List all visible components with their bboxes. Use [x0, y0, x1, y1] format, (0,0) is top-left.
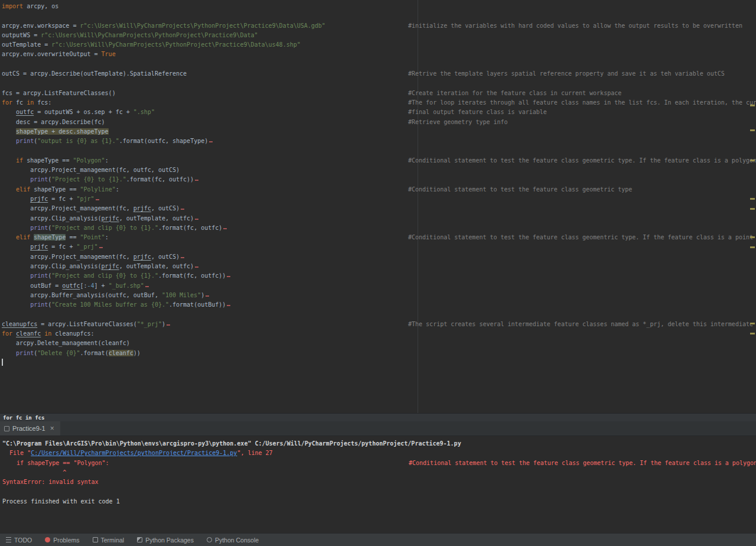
error-stripe-mark[interactable] — [750, 208, 755, 210]
code-line[interactable]: cleanupfcs = arcpy.ListFeatureClasses("*… — [2, 320, 756, 329]
code-line[interactable]: outTemplate = r"c:\Users\Will\PyCharmPro… — [2, 40, 756, 50]
code-token: arcpy.Project_management(fc, — [2, 205, 133, 212]
code-token: prjfc — [102, 215, 119, 222]
code-token: fcs: — [34, 99, 51, 106]
code-token: : — [105, 157, 109, 164]
console-line: "C:\Program Files\ArcGIS\Pro\bin\Python\… — [2, 439, 756, 448]
code-line[interactable] — [2, 60, 756, 69]
inline-comment: #Create iteration for the feature class … — [408, 89, 621, 98]
error-stripe-mark[interactable] — [750, 323, 755, 324]
statusbar-item-python-packages[interactable]: Python Packages — [137, 537, 194, 544]
code-token: shapeType + desc.shapeType — [16, 128, 109, 135]
code-editor[interactable]: import arcpy, osarcpy.env.workspace = r"… — [0, 0, 756, 413]
console-line: if shapeType == "Polygon":#Conditional s… — [2, 459, 756, 468]
error-stripe-mark[interactable] — [750, 160, 755, 161]
code-line[interactable]: arcpy.Delete_management(cleanfc) — [2, 339, 756, 348]
code-token: .format(fc, outfc)) — [126, 176, 194, 183]
code-line[interactable]: print("Project and clip {0} to {1}.".for… — [2, 223, 756, 233]
line-text: arcpy.Clip_analysis(prjfc, outTemplate, … — [2, 215, 194, 222]
code-token — [2, 196, 30, 202]
inline-comment: #Conditional statement to test the featu… — [408, 185, 632, 194]
code-token — [2, 176, 30, 183]
run-tab-practice9-1[interactable]: Practice9-1 × — [0, 421, 60, 436]
code-line[interactable]: print("Project {0} to {1}.".format(fc, o… — [2, 175, 756, 184]
code-line[interactable]: arcpy.Clip_analysis(prjfc, outTemplate, … — [2, 262, 756, 271]
code-token: arcpy.Project_management(fc, — [2, 254, 133, 260]
error-stripe-mark[interactable] — [750, 198, 755, 200]
code-line[interactable]: print("output is {0} as {1}.".format(out… — [2, 136, 756, 146]
statusbar-item-problems[interactable]: Problems — [45, 537, 79, 544]
code-line[interactable]: desc = arcpy.Describe(fc)#Retrieve geome… — [2, 118, 756, 127]
code-line[interactable]: arcpy.env.overwriteOutput = True — [2, 50, 756, 59]
code-line[interactable]: arcpy.Project_management(fc, prjfc, outC… — [2, 204, 756, 213]
code-line[interactable]: outputWS = r"c:\Users\Will\PyCharmProjec… — [2, 31, 756, 40]
run-file-icon — [4, 426, 9, 431]
code-line[interactable]: elif shapeType == "Point":#Conditional s… — [2, 233, 756, 242]
code-line[interactable]: fcs = arcpy.ListFeatureClasses()#Create … — [2, 89, 756, 98]
code-line[interactable]: prjfc = fc + "_prj" — [2, 242, 756, 252]
run-console[interactable]: "C:\Program Files\ArcGIS\Pro\bin\Python\… — [0, 436, 756, 533]
code-line[interactable]: if shapeType == "Polygon":#Conditional s… — [2, 156, 756, 165]
code-token: outCS = arcpy.Describe(outTemplate).Spat… — [2, 70, 187, 77]
line-text: outfc = outputWS + os.sep + fc + ".shp" — [2, 109, 155, 115]
line-text: import arcpy, os — [2, 3, 58, 9]
error-squiggle-mark — [195, 219, 198, 220]
code-token — [2, 350, 16, 356]
error-stripe-mark[interactable] — [750, 129, 755, 131]
code-line[interactable] — [2, 358, 756, 368]
code-token: .format(outfc, shapeType) — [119, 138, 208, 144]
console-file-link[interactable]: C:/Users/Will/PycharmProjects/pythonProj… — [31, 450, 237, 456]
code-line[interactable]: elif shapeType == "Polyline":#Conditiona… — [2, 185, 756, 194]
code-line[interactable]: print("Project and clip {0} to {1}.".for… — [2, 271, 756, 281]
statusbar-item-python-console[interactable]: Python Console — [207, 537, 259, 544]
code-token: print — [30, 225, 48, 231]
code-line[interactable]: arcpy.Project_management(fc, prjfc, outC… — [2, 252, 756, 262]
code-line[interactable]: arcpy.Project_management(fc, outfc, outC… — [2, 165, 756, 175]
code-line[interactable]: outfc = outputWS + os.sep + fc + ".shp"#… — [2, 108, 756, 117]
code-line[interactable]: shapeType + desc.shapeType — [2, 127, 756, 136]
code-line[interactable]: arcpy.Clip_analysis(prjfc, outTemplate, … — [2, 214, 756, 223]
line-text: arcpy.Buffer_analysis(outfc, outBuf, "10… — [2, 292, 204, 298]
context-breadcrumb-bar[interactable]: for fc in fcs — [0, 413, 756, 421]
code-line[interactable]: outBuf = outfc[:-4] + "_buf.shp" — [2, 281, 756, 291]
code-token: "100 Miles" — [162, 292, 201, 298]
context-line-text: for fc in fcs — [3, 415, 44, 421]
code-token: "Project {0} to {1}." — [51, 176, 126, 183]
terminal-icon — [93, 537, 98, 542]
code-token: , outTemplate, outfc) — [119, 263, 194, 269]
code-token: "Project and clip {0} to {1}." — [51, 272, 158, 279]
error-stripe-mark[interactable] — [750, 236, 755, 238]
code-token: "pjr" — [76, 196, 94, 202]
code-line[interactable]: print("Create 100 Miles buffer as {0}.".… — [2, 300, 756, 310]
code-line[interactable]: print("Delete {0}".format(cleanfc)) — [2, 349, 756, 358]
tab-close-icon[interactable]: × — [50, 425, 54, 432]
statusbar-item-label: Terminal — [101, 537, 125, 544]
error-stripe-mark[interactable] — [750, 105, 755, 106]
line-text: print("Project and clip {0} to {1}.".for… — [2, 225, 222, 231]
inline-comment: #Conditional statement to test the featu… — [408, 156, 756, 165]
code-line[interactable] — [2, 11, 756, 21]
statusbar-item-todo[interactable]: TODO — [6, 537, 32, 544]
code-token: fcs = arcpy.ListFeatureClasses() — [2, 90, 116, 96]
code-line[interactable]: prjfc = fc + "pjr" — [2, 194, 756, 204]
code-token: outfc — [62, 282, 80, 289]
code-line[interactable] — [2, 310, 756, 320]
code-line[interactable] — [2, 79, 756, 88]
code-token: arcpy.Clip_analysis( — [2, 263, 102, 269]
code-token: "C:\Program Files\ArcGIS\Pro\bin\Python\… — [2, 440, 461, 447]
console-line: SyntaxError: invalid syntax — [2, 477, 756, 487]
code-line[interactable]: arcpy.env.workspace = r"c:\Users\Will\Py… — [2, 21, 756, 31]
code-line[interactable]: import arcpy, os — [2, 2, 756, 11]
code-token: : — [116, 186, 119, 193]
code-line[interactable] — [2, 146, 756, 155]
error-stripe-mark[interactable] — [750, 246, 755, 248]
statusbar-item-terminal[interactable]: Terminal — [93, 537, 125, 544]
code-line[interactable]: for fc in fcs:#The for loop iterates thr… — [2, 98, 756, 108]
code-token: arcpy.Buffer_analysis(outfc, outBuf, — [2, 292, 162, 298]
error-squiggle-mark — [99, 247, 103, 248]
code-line[interactable]: outCS = arcpy.Describe(outTemplate).Spat… — [2, 69, 756, 79]
code-line[interactable]: for cleanfc in cleanupfcs: — [2, 329, 756, 339]
text-caret — [2, 359, 3, 366]
error-stripe-mark[interactable] — [750, 333, 755, 334]
code-line[interactable]: arcpy.Buffer_analysis(outfc, outBuf, "10… — [2, 291, 756, 300]
